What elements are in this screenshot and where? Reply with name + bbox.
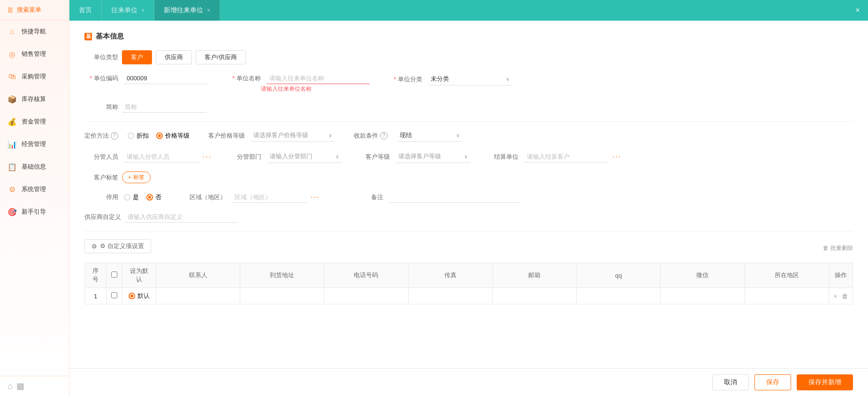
add-tag-btn[interactable]: + 标签 [122, 171, 151, 183]
content-area: 基 基本信息 单位类型 客户 供应商 客户/供应商 单位编码 单位名称 [69, 21, 868, 368]
save-button[interactable]: 保存 [754, 374, 791, 390]
short-name-row: 简称 [84, 101, 853, 113]
settlement-unit-input[interactable] [524, 151, 609, 163]
purchase-icon: 🛍 [8, 72, 17, 81]
unit-type-supplier-btn[interactable]: 供应商 [156, 50, 192, 64]
short-name-label: 简称 [84, 103, 122, 111]
row-action: + 🗑 [829, 288, 853, 304]
tab-counterparty[interactable]: 往来单位× [102, 0, 154, 21]
supplier-custom-input[interactable] [125, 211, 237, 223]
row-phone[interactable] [324, 288, 408, 304]
unit-category-select[interactable]: 未分类 ∨ [428, 73, 512, 85]
delete-row-btn[interactable]: 🗑 [842, 293, 848, 300]
sidebar-item-inventory[interactable]: 📦 库存核算 [0, 88, 69, 110]
payment-terms-label: 收款条件 ? [354, 132, 391, 140]
unit-code-input[interactable] [124, 73, 208, 84]
pricing-help-icon[interactable]: ? [111, 132, 118, 140]
save-add-button[interactable]: 保存并新增 [797, 374, 853, 390]
contact-table-header-row: 序号 设为默认 联系人 到货地址 电话号码 传真 邮箱 qq 微信 所在地区 操… [85, 263, 853, 288]
col-wechat: 微信 [661, 263, 745, 288]
cancel-button[interactable]: 取消 [712, 374, 749, 390]
sidebar-item-finance[interactable]: 💰 资金管理 [0, 110, 69, 133]
purchase-label: 采购管理 [22, 72, 46, 81]
row-wechat-input[interactable] [665, 293, 739, 300]
disabled-yes-radio[interactable]: 是 [124, 193, 139, 202]
row-qq[interactable] [577, 288, 661, 304]
search-menu-item[interactable]: ☰ 搜索菜单 [0, 0, 69, 20]
supplier-custom-label: 供应商自定义 [84, 213, 125, 221]
col-contact: 联系人 [156, 263, 240, 288]
customer-price-level-label: 客户价格等级 [208, 132, 249, 140]
unit-type-customer-btn[interactable]: 客户 [122, 50, 152, 64]
payment-terms-help-icon[interactable]: ? [380, 132, 388, 140]
unit-name-input[interactable] [266, 73, 370, 84]
customer-price-level-select[interactable]: 请选择客户价格等级 ∨ [251, 129, 335, 142]
unit-category-label: 单位分类 [388, 75, 426, 84]
add-row-btn[interactable]: + [834, 293, 838, 300]
row-qq-input[interactable] [581, 293, 655, 300]
payment-terms-select[interactable]: 现结 ∨ [397, 129, 463, 142]
plus-icon: + [128, 174, 131, 181]
manager-input[interactable] [124, 151, 199, 163]
search-menu-label: 搜索菜单 [17, 6, 41, 14]
row-fax[interactable] [408, 288, 492, 304]
unit-category-field: 单位分类 未分类 ∨ [388, 73, 512, 85]
contact-table-body: 1 默认 [85, 288, 853, 304]
tab-new-counterparty[interactable]: 新增往来单位× [154, 0, 220, 21]
home-icon: ⌂ [8, 381, 13, 391]
remarks-field: 备注 [350, 192, 520, 203]
sidebar-item-basic-info[interactable]: 📋 基础信息 [0, 155, 69, 178]
payment-terms-arrow-icon: ∨ [456, 132, 460, 139]
row-wechat[interactable] [661, 288, 745, 304]
pricing-level-circle [156, 132, 163, 139]
unit-type-both-btn[interactable]: 客户/供应商 [196, 50, 246, 64]
row-email[interactable] [492, 288, 576, 304]
row-contact-input[interactable] [161, 293, 235, 300]
row-default-radio[interactable]: 默认 [127, 292, 151, 300]
tab-home[interactable]: 首页 [69, 0, 102, 21]
manager-more-btn[interactable]: ··· [201, 153, 213, 161]
customer-level-select[interactable]: 请选择客户等级 ∨ [396, 150, 471, 163]
batch-delete-btn[interactable]: 🗑 批量删除 [823, 244, 853, 252]
row-region-input[interactable] [750, 293, 824, 300]
sidebar-item-purchase[interactable]: 🛍 采购管理 [0, 65, 69, 88]
window-close-button[interactable]: × [847, 0, 868, 21]
sidebar-item-sales[interactable]: ◎ 销售管理 [0, 43, 69, 65]
remarks-input[interactable] [389, 192, 520, 203]
newbie-icon: 🎯 [8, 207, 17, 217]
sidebar-item-operations[interactable]: 📊 经营管理 [0, 133, 69, 155]
sidebar-item-quick-nav[interactable]: ⌂ 快捷导航 [0, 20, 69, 43]
pricing-discount-radio[interactable]: 折扣 [128, 132, 149, 140]
row-address[interactable] [240, 288, 324, 304]
short-name-input[interactable] [122, 101, 206, 113]
row-email-input[interactable] [497, 293, 571, 300]
pricing-level-radio[interactable]: 价格等级 [156, 132, 190, 140]
tab-close-new-counterparty[interactable]: × [207, 7, 210, 14]
row-region[interactable] [745, 288, 829, 304]
select-all-checkbox[interactable] [111, 272, 117, 278]
row-address-input[interactable] [245, 293, 319, 300]
unit-category-value: 未分类 [431, 75, 502, 83]
basic-info-label: 基础信息 [22, 163, 46, 171]
custom-settings-btn[interactable]: ⚙ ⚙ 自定义项设置 [84, 239, 151, 253]
inventory-icon: 📦 [8, 94, 17, 104]
row-default: 默认 [122, 288, 156, 304]
operations-icon: 📊 [8, 140, 17, 149]
region-more-btn[interactable]: ··· [309, 193, 321, 202]
section-title: 基 基本信息 [84, 32, 853, 41]
payment-terms-value: 现结 [400, 131, 452, 140]
settlement-unit-more-btn[interactable]: ··· [610, 153, 623, 161]
row-contact[interactable] [156, 288, 240, 304]
disabled-no-radio[interactable]: 否 [146, 193, 161, 202]
region-input[interactable] [232, 192, 307, 203]
row-select-checkbox[interactable] [111, 292, 117, 298]
department-select[interactable]: 请输入分管部门 ∨ [267, 150, 342, 163]
finance-icon: 💰 [8, 117, 17, 126]
row-fax-input[interactable] [413, 293, 487, 300]
sidebar-item-newbie[interactable]: 🎯 新手引导 [0, 201, 69, 223]
sidebar-item-system[interactable]: ⚙ 系统管理 [0, 178, 69, 201]
row-phone-input[interactable] [329, 293, 403, 300]
row-default-circle [129, 293, 135, 299]
tab-close-counterparty[interactable]: × [141, 7, 145, 14]
row-checkbox[interactable] [107, 288, 122, 304]
